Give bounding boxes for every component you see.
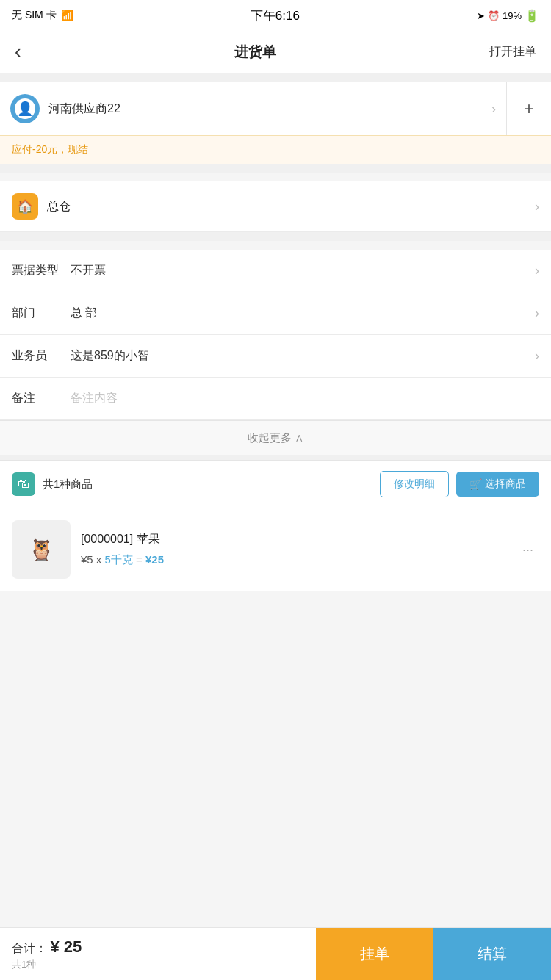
divider-3: [0, 232, 551, 241]
hang-button[interactable]: 挂单: [316, 928, 433, 980]
department-value: 总 部: [71, 306, 535, 321]
open-hang-button[interactable]: 打开挂单: [489, 44, 536, 60]
product-name: [0000001] 苹果: [81, 532, 516, 547]
product-thumbnail: 🦉: [12, 520, 71, 579]
price-unit: ¥5: [81, 553, 93, 566]
house-icon: 🏠: [17, 198, 33, 215]
battery-icon: 🔋: [525, 9, 539, 23]
product-info: [0000001] 苹果 ¥5 x 5千克 = ¥25: [81, 532, 516, 567]
page-title: 进货单: [234, 43, 276, 62]
location-icon: ➤: [477, 10, 485, 21]
salesperson-row[interactable]: 业务员 这是859的小智 ›: [0, 335, 551, 378]
warehouse-name: 总仓: [47, 199, 535, 215]
warehouse-chevron-icon: ›: [535, 199, 539, 215]
invoice-type-value: 不开票: [71, 263, 535, 278]
warehouse-row[interactable]: 🏠 总仓 ›: [0, 181, 551, 232]
remark-label: 备注: [12, 391, 71, 406]
total-amount: ¥ 25: [50, 937, 82, 956]
select-product-label: 选择商品: [485, 478, 526, 491]
alarm-icon: ⏰: [488, 10, 500, 21]
total-value: ¥25: [145, 553, 164, 566]
notice-text: 应付-20元，现结: [12, 143, 88, 155]
shopping-bag-icon: 🛍: [18, 478, 29, 491]
collapse-bar[interactable]: 收起更多 ∧: [0, 420, 551, 455]
warehouse-icon: 🏠: [12, 193, 38, 220]
notice-bar: 应付-20元，现结: [0, 135, 551, 164]
total-sub: 共1种: [12, 958, 304, 971]
status-left: 无 SIM 卡 📶: [12, 9, 73, 22]
nav-bar: ‹ 进货单 打开挂单: [0, 31, 551, 73]
total-label: 合计：: [12, 942, 47, 954]
products-header: 🛍 共1种商品 修改明细 🛒 选择商品: [0, 460, 551, 508]
supplier-select-row[interactable]: 👤 河南供应商22 ›: [0, 82, 507, 135]
quantity-value: 5千克: [105, 553, 133, 566]
equals-sign: =: [136, 553, 145, 566]
salesperson-value: 这是859的小智: [71, 348, 535, 364]
footer-total: 合计： ¥ 25 共1种: [0, 928, 316, 980]
remark-input[interactable]: 备注内容: [71, 391, 539, 406]
supplier-add-button[interactable]: +: [507, 82, 551, 135]
battery-text: 19%: [503, 10, 522, 21]
invoice-type-chevron: ›: [535, 263, 539, 278]
footer-spacer: [0, 591, 551, 644]
wifi-icon: 📶: [61, 10, 73, 21]
collapse-label: 收起更多 ∧: [248, 431, 303, 444]
department-row[interactable]: 部门 总 部 ›: [0, 292, 551, 335]
multiply-sign: x: [96, 553, 105, 566]
divider-2: [0, 164, 551, 173]
form-section: 票据类型 不开票 › 部门 总 部 › 业务员 这是859的小智 › 备注 备注…: [0, 250, 551, 420]
department-chevron: ›: [535, 306, 539, 321]
settle-button[interactable]: 结算: [433, 928, 551, 980]
supplier-chevron-icon: ›: [491, 101, 496, 117]
warehouse-section: 🏠 总仓 ›: [0, 181, 551, 232]
salesperson-label: 业务员: [12, 348, 71, 364]
select-product-button[interactable]: 🛒 选择商品: [456, 472, 539, 497]
invoice-type-label: 票据类型: [12, 263, 71, 278]
cart-icon: 🛒: [469, 478, 482, 490]
edit-detail-button[interactable]: 修改明细: [380, 471, 449, 497]
person-icon: 👤: [17, 101, 33, 117]
status-bar: 无 SIM 卡 📶 下午6:16 ➤ ⏰ 19% 🔋: [0, 0, 551, 31]
remark-row[interactable]: 备注 备注内容: [0, 378, 551, 420]
back-button[interactable]: ‹: [15, 40, 21, 63]
product-owl-icon: 🦉: [29, 538, 54, 562]
no-sim-text: 无 SIM 卡: [12, 9, 57, 22]
product-price: ¥5 x 5千克 = ¥25: [81, 553, 516, 567]
add-icon: +: [524, 98, 534, 119]
status-time: 下午6:16: [251, 7, 300, 24]
supplier-name: 河南供应商22: [48, 101, 491, 117]
supplier-avatar: 👤: [10, 94, 40, 123]
products-count: 共1种商品: [43, 478, 380, 491]
invoice-type-row[interactable]: 票据类型 不开票 ›: [0, 250, 551, 292]
salesperson-chevron: ›: [535, 348, 539, 364]
supplier-avatar-inner: 👤: [15, 98, 35, 119]
supplier-section: 👤 河南供应商22 › +: [0, 82, 551, 135]
bottom-footer: 合计： ¥ 25 共1种 挂单 结算: [0, 927, 551, 980]
department-label: 部门: [12, 306, 71, 321]
product-more-button[interactable]: ···: [516, 539, 539, 561]
products-icon: 🛍: [12, 472, 35, 496]
product-item: 🦉 [0000001] 苹果 ¥5 x 5千克 = ¥25 ···: [0, 508, 551, 591]
status-right: ➤ ⏰ 19% 🔋: [477, 9, 539, 23]
divider-1: [0, 73, 551, 82]
total-row: 合计： ¥ 25: [12, 937, 304, 956]
